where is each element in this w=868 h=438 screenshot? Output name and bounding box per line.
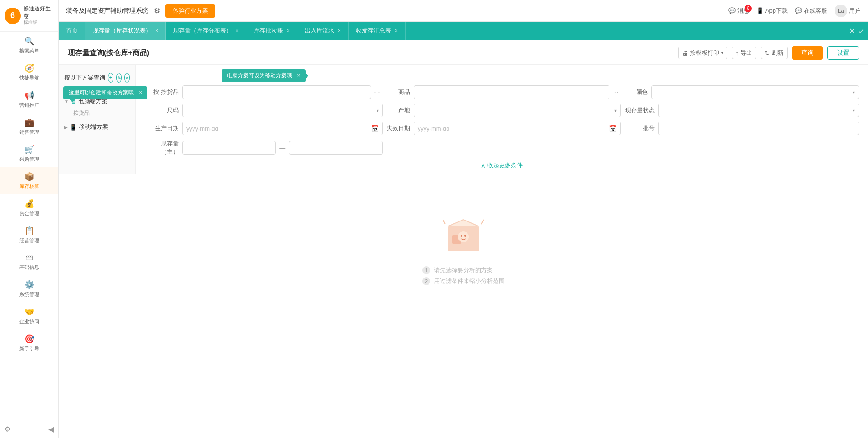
tooltip1-close[interactable]: × — [297, 72, 300, 79]
tab-inventory-dist[interactable]: 现存量（库存分布表） × — [166, 22, 246, 40]
stock-qty-dash: — — [276, 145, 289, 151]
color-label: 颜色 — [621, 88, 648, 96]
stock-status-chevron-icon: ▾ — [853, 108, 855, 113]
tab-collect-summary[interactable]: 收发存汇总表 × — [349, 22, 406, 40]
app-download-item[interactable]: 📱 App下载 — [756, 7, 788, 15]
tab-in-out-flow[interactable]: 出入库流水 × — [297, 22, 349, 40]
size-label: 尺码 — [145, 106, 179, 114]
sidebar-item-marketing[interactable]: 📢 营销推广 — [0, 86, 58, 113]
size-select[interactable]: ▾ — [182, 104, 383, 117]
tab-close-icon[interactable]: × — [155, 28, 158, 34]
sidebar-item-guide[interactable]: 🧭 快捷导航 — [0, 59, 58, 86]
sidebar-item-finance[interactable]: 💰 资金管理 — [0, 194, 58, 221]
product-dots[interactable]: ··· — [609, 88, 621, 96]
warehouse-dots[interactable]: ··· — [371, 88, 382, 96]
edit-scheme-btn[interactable]: ✎ — [116, 73, 122, 83]
stock-qty-input-max[interactable] — [289, 141, 382, 155]
reset-button[interactable]: 设置 — [827, 46, 859, 60]
tab-close-icon[interactable]: × — [395, 28, 398, 34]
stock-status-select[interactable]: ▾ — [658, 104, 859, 117]
header-right: 💬 消息 6 📱 App下载 💬 在线客服 Ea 用户 — [728, 5, 861, 17]
sidebar-logo: 6 畅通道好生意 标准版 — [0, 0, 58, 32]
sidebar-item-sales[interactable]: 💼 销售管理 — [0, 113, 58, 140]
sidebar-item-label: 基础信息 — [19, 264, 39, 271]
collapse-btn[interactable]: ∧ 收起更多条件 — [145, 161, 859, 170]
origin-chevron-icon: ▾ — [614, 108, 617, 113]
tab-close-icon[interactable]: × — [236, 28, 239, 34]
tab-inventory-status[interactable]: 现存量（库存状况表） × — [85, 22, 166, 40]
refresh-icon: ↻ — [765, 50, 770, 57]
add-scheme-btn[interactable]: + — [108, 73, 113, 83]
product-input[interactable] — [414, 85, 609, 99]
filter-label: 按以下方案查询 — [64, 74, 105, 82]
origin-select[interactable]: ▾ — [414, 104, 621, 117]
empty-state-steps: 1 请先选择要分析的方案 2 用过滤条件来缩小分析范围 — [422, 266, 505, 285]
expand-icon[interactable]: ⤢ — [859, 27, 864, 35]
tab-batch-ledger-label: 库存批次账 — [254, 27, 283, 35]
sidebar-item-newbie[interactable]: 🎯 新手引导 — [0, 330, 58, 357]
sidebar-item-search[interactable]: 🔍 搜索菜单 — [0, 32, 58, 59]
print-icon: 🖨 — [682, 50, 688, 57]
sidebar: 6 畅通道好生意 标准版 🔍 搜索菜单 🧭 快捷导航 📢 营销推广 💼 销售管理… — [0, 0, 59, 438]
tooltip2-close[interactable]: × — [139, 89, 142, 96]
sidebar-item-purchase[interactable]: 🛒 采购管理 — [0, 140, 58, 167]
collapse-sidebar-icon[interactable]: ◀ — [48, 425, 54, 433]
enterprise-icon: 🤝 — [24, 307, 34, 317]
tab-home-label: 首页 — [66, 27, 78, 35]
notification-item[interactable]: 💬 消息 6 — [728, 7, 749, 15]
search-button[interactable]: 查询 — [792, 46, 823, 60]
online-service-item[interactable]: 💬 在线客服 — [795, 7, 827, 15]
settings-bottom-icon[interactable]: ⚙ — [5, 425, 11, 433]
scheme-mobile[interactable]: ▶ 📱 移动端方案 — [59, 120, 135, 134]
sidebar-item-operations[interactable]: 📋 经营管理 — [0, 221, 58, 249]
color-select[interactable]: ▾ — [651, 85, 859, 99]
refresh-btn[interactable]: ↻ 刷新 — [761, 47, 788, 59]
filter-warehouse: 按 按货品 ··· — [145, 85, 383, 99]
sidebar-item-basic[interactable]: 🗃 基础信息 — [0, 249, 58, 275]
scheme-mobile-label: 移动端方案 — [79, 123, 108, 131]
empty-step-2: 2 用过滤条件来缩小分析范围 — [422, 277, 505, 285]
step1-text: 请先选择要分析的方案 — [434, 266, 493, 274]
step2-num: 2 — [422, 277, 430, 285]
header-settings-icon[interactable]: ⚙ — [154, 6, 160, 15]
production-date-input[interactable]: yyyy-mm-dd 📅 — [182, 122, 383, 135]
sidebar-item-system[interactable]: ⚙️ 系统管理 — [0, 275, 58, 302]
warehouse-input[interactable] — [182, 85, 371, 99]
scheme-sub-item[interactable]: 按货品 — [70, 108, 135, 118]
warehouse-label: 按 按货品 — [145, 88, 179, 96]
sidebar-item-enterprise[interactable]: 🤝 企业协同 — [0, 302, 58, 330]
tab-close-icon[interactable]: × — [287, 28, 290, 34]
batch-input[interactable] — [658, 122, 859, 135]
template-print-btn[interactable]: 🖨 按模板打印 ▾ — [678, 47, 727, 59]
tab-close-icon[interactable]: × — [338, 28, 341, 34]
back-scheme-btn[interactable]: « — [124, 73, 130, 83]
try-industry-btn[interactable]: 体验行业方案 — [165, 4, 215, 18]
filter-stock-status: 现存量状态 ▾ — [621, 104, 859, 117]
svg-point-3 — [461, 235, 462, 237]
filter-production-date: 生产日期 yyyy-mm-dd 📅 — [145, 122, 383, 135]
stock-qty-label: 现存量（主） — [145, 140, 179, 156]
tab-home[interactable]: 首页 — [59, 22, 85, 40]
sidebar-item-label: 资金管理 — [19, 210, 39, 217]
color-chevron-icon: ▾ — [853, 90, 855, 95]
tab-inventory-status-label: 现存量（库存状况表） — [93, 27, 151, 35]
service-icon: 💬 — [795, 7, 802, 14]
basic-icon: 🗃 — [25, 253, 33, 263]
finance-icon: 💰 — [24, 199, 34, 209]
stock-qty-input-min[interactable] — [182, 141, 276, 155]
sidebar-item-inventory[interactable]: 📦 库存核算 — [0, 167, 58, 194]
batch-label: 批号 — [621, 124, 655, 132]
user-item[interactable]: Ea 用户 — [835, 5, 861, 17]
expiry-date-input[interactable]: yyyy-mm-dd 📅 — [414, 122, 621, 135]
export-icon: ↑ — [736, 50, 739, 57]
expiry-date-label: 失效日期 — [383, 124, 410, 132]
tooltip-desktop: 电脑方案可设为移动方案哦 × — [222, 69, 306, 82]
export-btn[interactable]: ↑ 导出 — [732, 47, 757, 59]
search-icon: 🔍 — [24, 36, 34, 46]
system-title: 装备及固定资产辅助管理系统 — [66, 7, 148, 15]
logo-text: 畅通道好生意 — [24, 5, 54, 19]
guide-icon: 🧭 — [24, 63, 34, 73]
close-all-tabs-icon[interactable]: ✕ — [849, 27, 855, 35]
newbie-icon: 🎯 — [24, 334, 34, 344]
tab-batch-ledger[interactable]: 库存批次账 × — [246, 22, 297, 40]
